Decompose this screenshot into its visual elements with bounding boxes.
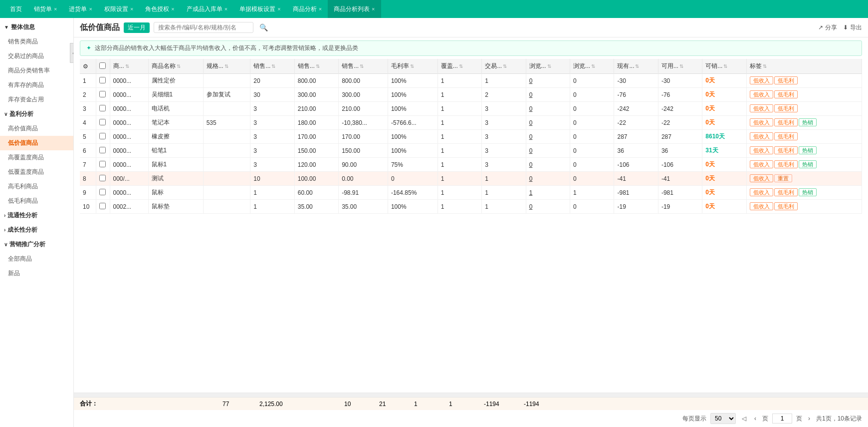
sidebar-item-all-goods[interactable]: 全部商品: [0, 252, 73, 266]
nav-close-icon[interactable]: ×: [224, 6, 227, 12]
row-checkbox[interactable]: [99, 105, 106, 111]
nav-purchase-order[interactable]: 进货单 ×: [63, 0, 98, 18]
row-checkbox[interactable]: [99, 119, 106, 125]
row-checkbox[interactable]: [99, 147, 106, 153]
nav-template-setting[interactable]: 单据模板设置 ×: [233, 0, 286, 18]
prev-page-button[interactable]: ‹: [752, 414, 758, 423]
view1-link[interactable]: 0: [529, 77, 533, 84]
cell-checkbox[interactable]: [96, 144, 110, 158]
col-coverage[interactable]: 覆盖...⇅: [437, 59, 481, 74]
nav-close-icon[interactable]: ×: [319, 6, 322, 12]
view1-link[interactable]: 0: [529, 175, 533, 182]
cell-checkbox[interactable]: [96, 172, 110, 186]
time-tag[interactable]: 近一月: [124, 22, 150, 33]
cell-checkbox[interactable]: [96, 116, 110, 130]
next-page-button[interactable]: ›: [806, 414, 812, 423]
cell-checkbox[interactable]: [96, 102, 110, 116]
col-spec[interactable]: 规格...⇅: [203, 59, 250, 74]
view1-link[interactable]: 0: [529, 203, 533, 210]
sidebar-group-profit[interactable]: ∨ 盈利分析: [0, 107, 73, 121]
cell-view1[interactable]: 0: [526, 116, 570, 130]
sidebar-item-low-value[interactable]: 低价值商品: [0, 136, 73, 150]
sidebar-item-category-rate[interactable]: 商品分类销售率: [0, 63, 73, 78]
sidebar-collapse-button[interactable]: «: [70, 43, 74, 63]
sidebar-item-sales-goods[interactable]: 销售类商品: [0, 34, 73, 49]
col-sale-price[interactable]: 销售...⇅: [294, 59, 338, 74]
row-checkbox[interactable]: [99, 161, 106, 167]
col-name[interactable]: 商品名称⇅: [148, 59, 203, 74]
cell-view1[interactable]: 0: [526, 130, 570, 144]
col-current-stock[interactable]: 现有...⇅: [614, 59, 658, 74]
cell-checkbox[interactable]: [96, 158, 110, 172]
nav-role-auth[interactable]: 角色授权 ×: [139, 0, 180, 18]
row-checkbox[interactable]: [99, 175, 106, 181]
sidebar-item-high-margin[interactable]: 高毛利商品: [0, 179, 73, 194]
sidebar-item-traded-goods[interactable]: 交易过的商品: [0, 49, 73, 63]
sidebar-group-overall[interactable]: ▼ 整体信息: [0, 20, 73, 34]
view1-link[interactable]: 0: [529, 105, 533, 112]
col-code[interactable]: 商...⇅: [110, 59, 148, 74]
nav-close-icon[interactable]: ×: [89, 6, 92, 12]
sidebar-group-flow[interactable]: › 流通性分析: [0, 208, 73, 223]
sidebar-item-stock-capital[interactable]: 库存资金占用: [0, 92, 73, 107]
search-input[interactable]: [154, 22, 253, 33]
nav-close-icon[interactable]: ×: [54, 6, 57, 12]
cell-checkbox[interactable]: [96, 74, 110, 88]
col-view1[interactable]: 浏览...⇅: [526, 59, 570, 74]
row-checkbox[interactable]: [99, 77, 106, 83]
cell-view1[interactable]: 0: [526, 172, 570, 186]
col-sale-amount[interactable]: 销售...⇅: [339, 59, 388, 74]
view1-link[interactable]: 0: [529, 147, 533, 154]
nav-close-icon[interactable]: ×: [130, 6, 133, 12]
view1-link[interactable]: 0: [529, 161, 533, 168]
sidebar-item-low-margin[interactable]: 低毛利商品: [0, 194, 73, 208]
nav-home[interactable]: 首页: [4, 0, 28, 18]
cell-view1[interactable]: 0: [526, 200, 570, 214]
row-checkbox[interactable]: [99, 91, 106, 97]
view1-link[interactable]: 0: [529, 119, 533, 126]
search-icon[interactable]: 🔍: [259, 23, 268, 31]
nav-product-analysis-list[interactable]: 商品分析列表 ×: [328, 0, 381, 18]
nav-close-icon[interactable]: ×: [277, 6, 280, 12]
row-checkbox[interactable]: [99, 203, 106, 209]
col-trade[interactable]: 交易...⇅: [482, 59, 526, 74]
first-page-button[interactable]: ◁: [740, 414, 748, 423]
nav-close-icon[interactable]: ×: [372, 6, 375, 12]
col-margin[interactable]: 毛利率⇅: [388, 59, 437, 74]
nav-sales-order[interactable]: 销货单 ×: [28, 0, 63, 18]
cell-view1[interactable]: 0: [526, 102, 570, 116]
horizontal-scrollbar[interactable]: [74, 393, 868, 397]
share-button[interactable]: ↗ 分享: [818, 23, 837, 32]
col-sale-qty[interactable]: 销售...⇅: [250, 59, 294, 74]
sidebar-item-stock-goods[interactable]: 有库存的商品: [0, 78, 73, 92]
sidebar-item-low-coverage[interactable]: 低覆盖度商品: [0, 165, 73, 179]
sidebar-item-high-value[interactable]: 高价值商品: [0, 121, 73, 136]
cell-checkbox[interactable]: [96, 88, 110, 102]
nav-permission-setting[interactable]: 权限设置 ×: [98, 0, 139, 18]
col-available-stock[interactable]: 可用...⇅: [658, 59, 702, 74]
row-checkbox[interactable]: [99, 133, 106, 139]
col-sellable[interactable]: 可销...⇅: [702, 59, 746, 74]
cell-checkbox[interactable]: [96, 130, 110, 144]
cell-checkbox[interactable]: [96, 186, 110, 200]
col-view2[interactable]: 浏览...⇅: [570, 59, 614, 74]
cell-view1[interactable]: 0: [526, 144, 570, 158]
nav-product-inbound[interactable]: 产成品入库单 ×: [181, 0, 233, 18]
page-input[interactable]: [772, 414, 792, 424]
col-settings[interactable]: ⚙: [80, 59, 96, 74]
per-page-select[interactable]: 50 100 200: [710, 413, 736, 424]
view1-link[interactable]: 1: [529, 189, 533, 196]
view1-link[interactable]: 0: [529, 133, 533, 140]
cell-view1[interactable]: 0: [526, 158, 570, 172]
row-checkbox[interactable]: [99, 189, 106, 195]
view1-link[interactable]: 0: [529, 91, 533, 98]
sidebar-item-new-goods[interactable]: 新品: [0, 266, 73, 281]
nav-product-analysis[interactable]: 商品分析 ×: [287, 0, 328, 18]
col-tags[interactable]: 标签⇅: [746, 59, 862, 74]
cell-view1[interactable]: 1: [526, 186, 570, 200]
sidebar-group-marketing[interactable]: ∨ 营销推广分析: [0, 237, 73, 252]
export-button[interactable]: ⬇ 导出: [843, 23, 862, 32]
select-all-checkbox[interactable]: [99, 62, 106, 69]
nav-close-icon[interactable]: ×: [171, 6, 174, 12]
cell-checkbox[interactable]: [96, 200, 110, 214]
